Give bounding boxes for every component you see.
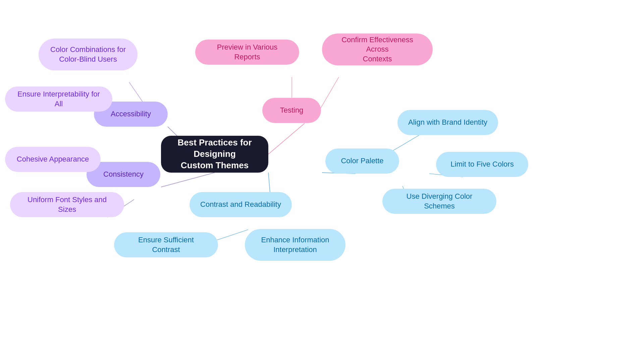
cohesive-appearance-node: Cohesive Appearance (5, 147, 101, 172)
align-brand-node: Align with Brand Identity (397, 110, 498, 135)
svg-line-1 (268, 123, 305, 154)
testing-node: Testing (262, 98, 321, 123)
consistency-label: Consistency (103, 170, 144, 179)
confirm-effectiveness-label: Confirm Effectiveness Across Contexts (331, 35, 423, 64)
color-blind-node: Color Combinations for Color-Blind Users (39, 39, 138, 70)
uniform-font-node: Uniform Font Styles and Sizes (10, 192, 124, 217)
preview-reports-label: Preview in Various Reports (205, 43, 290, 62)
enhance-info-label: Enhance Information Interpretation (261, 235, 329, 254)
cohesive-appearance-label: Cohesive Appearance (17, 155, 89, 164)
center-node: Best Practices for Designing Custom Them… (161, 136, 268, 173)
ensure-contrast-node: Ensure Sufficient Contrast (114, 232, 218, 257)
diverging-schemes-label: Use Diverging Color Schemes (392, 192, 487, 211)
testing-label: Testing (280, 106, 304, 115)
limit-colors-label: Limit to Five Colors (450, 160, 514, 169)
preview-reports-node: Preview in Various Reports (195, 40, 299, 65)
accessibility-label: Accessibility (111, 109, 151, 119)
confirm-effectiveness-node: Confirm Effectiveness Across Contexts (322, 34, 433, 65)
color-palette-node: Color Palette (325, 148, 399, 174)
enhance-info-node: Enhance Information Interpretation (245, 229, 345, 261)
contrast-readability-label: Contrast and Readability (200, 200, 281, 209)
ensure-contrast-label: Ensure Sufficient Contrast (123, 235, 209, 254)
uniform-font-label: Uniform Font Styles and Sizes (19, 195, 115, 214)
align-brand-label: Align with Brand Identity (408, 118, 487, 127)
color-palette-label: Color Palette (341, 156, 383, 166)
diverging-schemes-node: Use Diverging Color Schemes (382, 189, 496, 214)
color-blind-label: Color Combinations for Color-Blind Users (50, 45, 126, 64)
center-label: Best Practices for Designing Custom Them… (170, 137, 259, 171)
contrast-readability-node: Contrast and Readability (190, 192, 292, 217)
limit-colors-node: Limit to Five Colors (436, 152, 528, 177)
svg-line-2 (161, 173, 215, 187)
interpretability-label: Ensure Interpretability for All (14, 89, 103, 109)
interpretability-node: Ensure Interpretability for All (5, 86, 112, 112)
